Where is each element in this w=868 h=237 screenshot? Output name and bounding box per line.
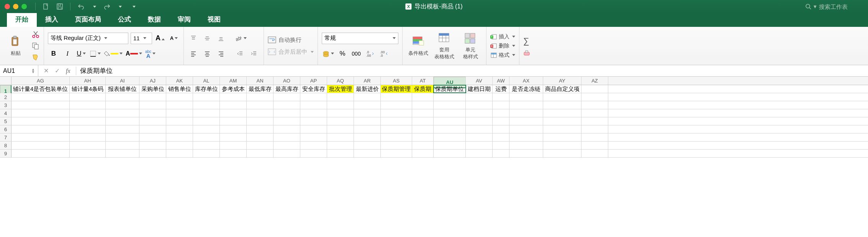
cell[interactable]: [327, 109, 354, 117]
cell[interactable]: [11, 150, 70, 157]
cell[interactable]: [11, 109, 70, 117]
font-name-select[interactable]: 等线 Regular (正文): [48, 33, 128, 44]
cell[interactable]: [381, 142, 412, 149]
font-size-select[interactable]: 11: [131, 33, 152, 44]
cell[interactable]: [581, 125, 608, 133]
cell[interactable]: [70, 117, 106, 125]
align-left-button[interactable]: [188, 48, 199, 59]
cell[interactable]: [466, 142, 493, 149]
cell[interactable]: 建档日期: [466, 85, 493, 93]
cell[interactable]: [434, 133, 466, 141]
cell[interactable]: [509, 109, 543, 117]
cell[interactable]: [509, 150, 543, 157]
cell[interactable]: [509, 93, 543, 101]
row-header-8[interactable]: 8: [0, 142, 11, 149]
copy-icon[interactable]: [31, 42, 40, 50]
cell[interactable]: 采购单位: [139, 85, 166, 93]
formula-content[interactable]: 保质期单位: [76, 66, 113, 75]
cell[interactable]: [466, 125, 493, 133]
cell[interactable]: [581, 93, 608, 101]
italic-button[interactable]: I: [62, 48, 73, 59]
cell[interactable]: [247, 142, 274, 149]
wrap-text-button[interactable]: 自动换行: [268, 36, 314, 44]
cell[interactable]: [412, 150, 434, 157]
cell[interactable]: [509, 142, 543, 149]
cell[interactable]: [139, 142, 166, 149]
cell[interactable]: 最新进价: [354, 85, 381, 93]
cell[interactable]: 参考成本: [220, 85, 247, 93]
cell[interactable]: 报表辅单位: [106, 85, 139, 93]
align-middle-button[interactable]: [201, 33, 213, 44]
cell[interactable]: [11, 117, 70, 125]
name-box-stepper[interactable]: ▲▼: [31, 68, 35, 74]
cancel-formula-icon[interactable]: ✕: [44, 67, 49, 74]
column-header-AZ[interactable]: AZ: [581, 77, 608, 85]
cell[interactable]: [106, 109, 139, 117]
cell[interactable]: [381, 109, 412, 117]
delete-cells-button[interactable]: ×删除: [490, 43, 515, 49]
cell[interactable]: [220, 93, 247, 101]
cell[interactable]: [412, 117, 434, 125]
cell[interactable]: [327, 117, 354, 125]
cell[interactable]: [300, 117, 327, 125]
cell[interactable]: [543, 117, 581, 125]
column-header-AY[interactable]: AY: [543, 77, 581, 85]
number-format-select[interactable]: 常规: [322, 33, 398, 44]
cell[interactable]: 辅计量4条码: [70, 85, 106, 93]
cell[interactable]: [274, 125, 300, 133]
cell[interactable]: [466, 133, 493, 141]
cell[interactable]: [247, 109, 274, 117]
cell[interactable]: [220, 125, 247, 133]
cell[interactable]: [300, 125, 327, 133]
cell[interactable]: [466, 117, 493, 125]
cell[interactable]: [509, 133, 543, 141]
cell[interactable]: [493, 142, 509, 149]
cell[interactable]: [354, 117, 381, 125]
column-header-AG[interactable]: AG: [11, 77, 70, 85]
conditional-format-button[interactable]: 条件格式: [406, 35, 430, 57]
tab-开始[interactable]: 开始: [7, 12, 37, 27]
insert-cells-button[interactable]: +插入: [490, 33, 515, 40]
decrease-indent-button[interactable]: [234, 48, 246, 59]
align-bottom-button[interactable]: [215, 33, 227, 44]
column-header-AJ[interactable]: AJ: [139, 77, 166, 85]
cell[interactable]: [493, 133, 509, 141]
cell[interactable]: [247, 125, 274, 133]
cell[interactable]: [543, 109, 581, 117]
cell[interactable]: 运费: [493, 85, 509, 93]
cell[interactable]: [247, 93, 274, 101]
cell[interactable]: [381, 133, 412, 141]
spreadsheet-grid[interactable]: AGAHAIAJAKALAMANAOAPAQARASATAUAVAWAXAYAZ…: [0, 77, 868, 158]
cell[interactable]: [300, 109, 327, 117]
cell[interactable]: [220, 117, 247, 125]
cell[interactable]: [354, 101, 381, 109]
cell[interactable]: [139, 109, 166, 117]
format-painter-icon[interactable]: [31, 53, 40, 62]
cell[interactable]: [106, 101, 139, 109]
phonetic-button[interactable]: abcA: [145, 48, 156, 59]
cell[interactable]: [274, 142, 300, 149]
row-header-4[interactable]: 4: [0, 109, 11, 117]
column-header-AI[interactable]: AI: [106, 77, 139, 85]
cell[interactable]: 销售单位: [166, 85, 193, 93]
cell[interactable]: [493, 117, 509, 125]
paste-button[interactable]: 粘贴: [4, 35, 28, 57]
cell[interactable]: [106, 125, 139, 133]
cell[interactable]: [581, 142, 608, 149]
cell[interactable]: [300, 150, 327, 157]
format-cells-button[interactable]: 格式: [490, 52, 515, 59]
format-as-table-button[interactable]: 套用 表格格式: [432, 32, 456, 60]
cell[interactable]: [543, 125, 581, 133]
increase-decimal-button[interactable]: .0.00: [364, 48, 376, 59]
cell[interactable]: [70, 133, 106, 141]
cell[interactable]: [11, 101, 70, 109]
cell[interactable]: [220, 109, 247, 117]
column-header-AL[interactable]: AL: [193, 77, 220, 85]
cell[interactable]: [543, 93, 581, 101]
cell[interactable]: [274, 133, 300, 141]
cell[interactable]: [70, 101, 106, 109]
cell[interactable]: [70, 125, 106, 133]
cell[interactable]: [434, 93, 466, 101]
decrease-font-button[interactable]: A: [168, 33, 180, 44]
decrease-decimal-button[interactable]: .00.0: [378, 48, 390, 59]
